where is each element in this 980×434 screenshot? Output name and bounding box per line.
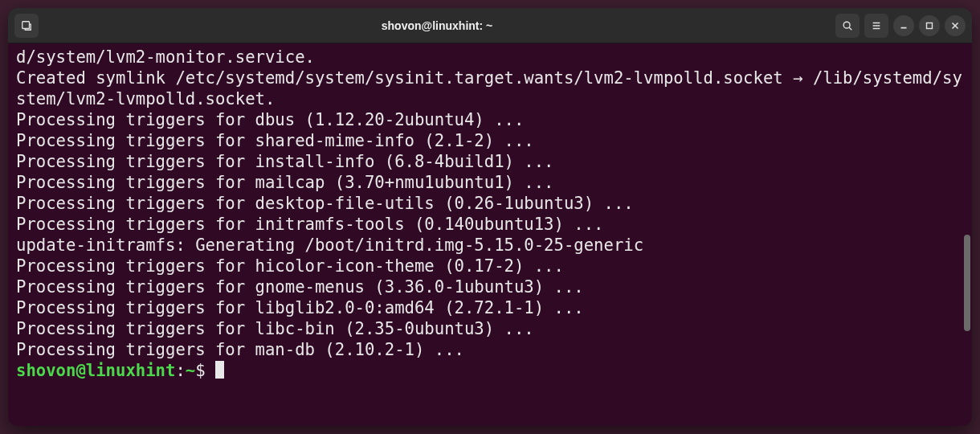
hamburger-icon xyxy=(871,20,882,31)
output-line: Processing triggers for install-info (6.… xyxy=(16,152,554,171)
output-line: Processing triggers for desktop-file-uti… xyxy=(16,194,634,213)
menu-button[interactable] xyxy=(864,14,888,38)
output-line: Created symlink /etc/systemd/system/sysi… xyxy=(16,68,962,108)
svg-point-1 xyxy=(843,22,850,28)
prompt-colon: : xyxy=(175,361,185,380)
search-icon xyxy=(842,20,853,31)
window-title: shovon@linuxhint: ~ xyxy=(382,19,492,32)
output-line: Processing triggers for libc-bin (2.35-0… xyxy=(16,319,534,338)
output-line: d/system/lvm2-monitor.service. xyxy=(16,47,315,67)
output-line: update-initramfs: Generating /boot/initr… xyxy=(16,235,643,255)
maximize-icon xyxy=(924,20,935,31)
output-line: Processing triggers for mailcap (3.70+nm… xyxy=(16,173,554,192)
minimize-icon xyxy=(898,20,909,31)
terminal-window: shovon@linuxhint: ~ xyxy=(8,8,972,426)
new-tab-icon xyxy=(21,20,32,31)
output-line: Processing triggers for hicolor-icon-the… xyxy=(16,256,564,276)
maximize-button[interactable] xyxy=(919,15,940,36)
output-line: Processing triggers for dbus (1.12.20-2u… xyxy=(16,110,524,129)
prompt-user-host: shovon@linuxhint xyxy=(16,361,175,380)
cursor xyxy=(215,361,224,379)
new-tab-button[interactable] xyxy=(14,14,39,38)
close-icon xyxy=(949,20,961,31)
output-line: Processing triggers for shared-mime-info… xyxy=(16,131,534,150)
output-line: Processing triggers for initramfs-tools … xyxy=(16,215,604,234)
search-button[interactable] xyxy=(835,14,860,38)
scrollbar-thumb[interactable] xyxy=(964,235,970,331)
prompt-symbol: $ xyxy=(195,361,205,380)
svg-line-2 xyxy=(849,27,851,30)
terminal-output: d/system/lvm2-monitor.service. Created s… xyxy=(16,47,970,381)
output-line: Processing triggers for gnome-menus (3.3… xyxy=(16,277,584,297)
prompt-path: ~ xyxy=(186,361,195,380)
terminal-body[interactable]: d/system/lvm2-monitor.service. Created s… xyxy=(8,43,972,426)
output-line: Processing triggers for libglib2.0-0:amd… xyxy=(16,298,584,317)
close-button[interactable] xyxy=(945,15,966,36)
output-line: Processing triggers for man-db (2.10.2-1… xyxy=(16,340,464,359)
svg-rect-0 xyxy=(22,21,30,28)
svg-rect-7 xyxy=(927,23,933,28)
titlebar: shovon@linuxhint: ~ xyxy=(8,8,972,43)
minimize-button[interactable] xyxy=(893,15,914,36)
